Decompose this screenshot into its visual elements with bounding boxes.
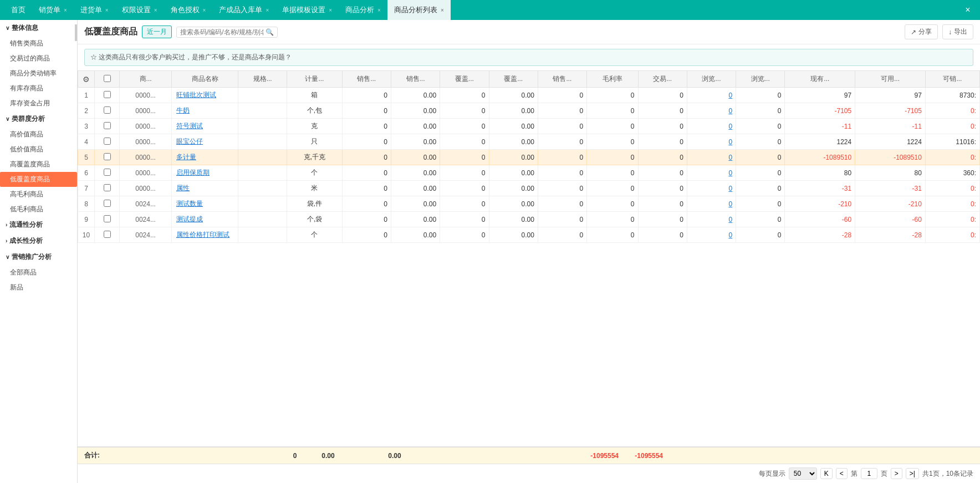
window-close-button[interactable]: ×	[960, 2, 976, 18]
row-browse1[interactable]: 0	[687, 181, 736, 196]
nav-home[interactable]: 首页	[4, 0, 32, 20]
row-checkbox-input[interactable]	[104, 153, 111, 160]
row-name[interactable]: 属性	[172, 181, 238, 196]
row-cover1: 0	[440, 196, 489, 212]
nav-permission-settings[interactable]: 权限设置 ×	[115, 0, 164, 20]
sidebar-item-sales-products[interactable]: 销售类商品	[0, 36, 77, 51]
row-browse2: 0	[736, 88, 785, 103]
nav-role-auth[interactable]: 角色授权 ×	[164, 0, 213, 20]
col-settings[interactable]: ⚙	[78, 71, 95, 88]
row-checkbox-input[interactable]	[104, 169, 111, 176]
close-icon[interactable]: ×	[154, 7, 157, 13]
row-browse1[interactable]: 0	[687, 119, 736, 134]
sidebar-section-cluster[interactable]: ∨ 类群度分析	[0, 111, 77, 127]
close-icon[interactable]: ×	[377, 7, 381, 13]
nav-product-inbound[interactable]: 产成品入库单 ×	[212, 0, 275, 20]
row-name[interactable]: 多计量	[172, 150, 238, 165]
per-page-select[interactable]: 50 100 200	[789, 467, 817, 480]
row-browse1[interactable]: 0	[687, 103, 736, 119]
row-checkbox[interactable]	[95, 119, 120, 134]
nav-sales-order[interactable]: 销货单 ×	[32, 0, 74, 20]
next-page-button[interactable]: >	[891, 468, 902, 479]
close-icon[interactable]: ×	[329, 7, 332, 13]
row-name[interactable]: 属性价格打印测试	[172, 227, 238, 243]
row-checkbox[interactable]	[95, 181, 120, 196]
search-input[interactable]	[180, 28, 263, 36]
sidebar-item-low-margin[interactable]: 低毛利商品	[0, 202, 77, 217]
date-filter-button[interactable]: 近一月	[142, 26, 172, 38]
col-checkbox-header[interactable]	[95, 71, 120, 88]
sidebar-item-high-margin[interactable]: 高毛利商品	[0, 187, 77, 202]
sidebar-item-new-products[interactable]: 新品	[0, 280, 77, 295]
sidebar-section-overall[interactable]: ∨ 整体信息	[0, 20, 77, 36]
prev-page-button[interactable]: <	[836, 468, 848, 479]
nav-purchase-order[interactable]: 进货单 ×	[74, 0, 115, 20]
row-checkbox[interactable]	[95, 150, 120, 165]
sidebar-item-stocked-products[interactable]: 有库存商品	[0, 81, 77, 96]
row-checkbox[interactable]	[95, 88, 120, 103]
last-page-button[interactable]: >|	[906, 468, 919, 479]
row-name[interactable]: 启用保质期	[172, 165, 238, 181]
row-name[interactable]: 测试提成	[172, 212, 238, 227]
row-sales-qty: 0	[342, 88, 391, 103]
row-checkbox-input[interactable]	[104, 122, 111, 129]
row-checkbox[interactable]	[95, 227, 120, 243]
row-checkbox[interactable]	[95, 196, 120, 212]
sidebar-collapse-button[interactable]: «	[75, 24, 78, 41]
sidebar-item-category-rate[interactable]: 商品分类动销率	[0, 66, 77, 81]
row-name[interactable]: 测试数量	[172, 196, 238, 212]
row-browse1[interactable]: 0	[687, 134, 736, 150]
row-cover1: 0	[440, 181, 489, 196]
row-current-stock: -60	[785, 212, 855, 227]
row-name[interactable]: 符号测试	[172, 119, 238, 134]
row-checkbox[interactable]	[95, 103, 120, 119]
nav-product-analysis[interactable]: 商品分析 ×	[339, 0, 387, 20]
row-name[interactable]: 旺铺批次测试	[172, 88, 238, 103]
close-icon[interactable]: ×	[441, 7, 444, 13]
sidebar-item-all-products[interactable]: 全部商品	[0, 265, 77, 280]
sidebar-section-growth[interactable]: › 成长性分析	[0, 233, 77, 249]
row-name[interactable]: 牛奶	[172, 103, 238, 119]
row-checkbox-input[interactable]	[104, 91, 111, 98]
export-button[interactable]: ↓ 导出	[942, 24, 973, 39]
row-checkbox-input[interactable]	[104, 215, 111, 222]
page-number-input[interactable]	[861, 468, 877, 479]
row-checkbox[interactable]	[95, 165, 120, 181]
search-icon[interactable]: 🔍	[266, 28, 274, 36]
row-checkbox[interactable]	[95, 134, 120, 150]
share-button[interactable]: ↗ 分享	[905, 24, 938, 39]
page-unit: 页	[881, 469, 887, 479]
nav-product-analysis-list[interactable]: 商品分析列表 ×	[387, 0, 451, 20]
row-browse1[interactable]: 0	[687, 165, 736, 181]
row-checkbox-input[interactable]	[104, 200, 111, 207]
row-checkbox[interactable]	[95, 212, 120, 227]
row-spec	[238, 165, 287, 181]
close-icon[interactable]: ×	[266, 7, 269, 13]
row-browse1[interactable]: 0	[687, 88, 736, 103]
row-browse1[interactable]: 0	[687, 150, 736, 165]
row-checkbox-input[interactable]	[104, 106, 111, 114]
row-browse1[interactable]: 0	[687, 196, 736, 212]
row-checkbox-input[interactable]	[104, 231, 111, 238]
select-all-checkbox[interactable]	[104, 75, 111, 82]
close-icon[interactable]: ×	[105, 7, 109, 13]
row-checkbox-input[interactable]	[104, 184, 111, 191]
row-cover2: 0.00	[489, 134, 538, 150]
row-browse1[interactable]: 0	[687, 227, 736, 243]
sidebar-item-high-coverage[interactable]: 高覆盖度商品	[0, 157, 77, 172]
sidebar-item-capital-occupation[interactable]: 库存资金占用	[0, 96, 77, 111]
sidebar-section-liquidity[interactable]: › 流通性分析	[0, 217, 77, 233]
nav-template-settings[interactable]: 单据模板设置 ×	[275, 0, 339, 20]
sidebar-section-marketing[interactable]: ∨ 营销推广分析	[0, 249, 77, 265]
sidebar-item-high-value[interactable]: 高价值商品	[0, 127, 77, 142]
close-icon[interactable]: ×	[203, 7, 206, 13]
row-browse1[interactable]: 0	[687, 212, 736, 227]
close-icon[interactable]: ×	[64, 7, 67, 13]
sidebar-item-low-coverage[interactable]: 低覆盖度商品	[0, 172, 77, 187]
sidebar-item-low-value[interactable]: 低价值商品	[0, 142, 77, 157]
first-page-button[interactable]: K	[820, 468, 833, 479]
row-name[interactable]: 眼宝公仔	[172, 134, 238, 150]
row-spec	[238, 103, 287, 119]
row-checkbox-input[interactable]	[104, 138, 111, 145]
sidebar-item-traded-products[interactable]: 交易过的商品	[0, 51, 77, 66]
